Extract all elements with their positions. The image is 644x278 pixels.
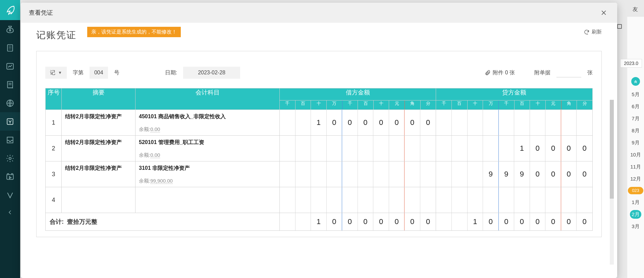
attachment-count[interactable]: 附件 0 张 <box>485 69 515 76</box>
credit-unit-百-5: 百 <box>514 100 530 110</box>
sidebar-item-10[interactable] <box>0 186 20 204</box>
month-9月[interactable]: 9月 <box>630 137 641 149</box>
month-10月[interactable]: 10月 <box>630 149 641 161</box>
month-3月[interactable]: 3月 <box>630 220 641 232</box>
month-5月[interactable]: 5月 <box>630 88 641 100</box>
sidebar-item-8[interactable] <box>0 149 20 167</box>
digit <box>483 110 499 135</box>
debit-unit-万-3: 万 <box>326 100 342 110</box>
total-debit-cell: 10000000 <box>280 213 436 231</box>
debit-unit-十-6: 十 <box>373 100 389 110</box>
digit <box>389 187 405 213</box>
digit <box>420 187 436 213</box>
digit: 9 <box>514 161 530 187</box>
digit <box>389 136 405 161</box>
digit <box>561 110 577 135</box>
digit: 9 <box>483 161 499 187</box>
row-account[interactable]: 450101 商品销售收入_非限定性收入余额:0.00 <box>136 110 280 136</box>
th-idx: 序号 <box>46 88 62 110</box>
digit <box>545 187 561 213</box>
digit: 0 <box>530 213 546 230</box>
attach-slip-input[interactable] <box>556 68 581 77</box>
month-6月[interactable]: 6月 <box>630 100 641 113</box>
credit-unit-角-8: 角 <box>561 100 577 110</box>
voucher-icon <box>6 117 14 126</box>
digit <box>358 187 374 213</box>
digit: 0 <box>405 213 420 230</box>
modal-scrollbar[interactable] <box>610 100 614 265</box>
month-7月[interactable]: 7月 <box>630 113 641 125</box>
voucher-number-input[interactable]: 004 <box>90 67 108 79</box>
digit: 0 <box>420 110 436 135</box>
digit <box>561 187 577 213</box>
row-credit[interactable] <box>436 187 593 213</box>
table-row: 2结转2月非限定性净资产520101 管理费用_职工工资余额:0.0010000 <box>46 136 593 161</box>
digit <box>280 136 296 161</box>
row-summary[interactable] <box>62 187 136 213</box>
digit: 1 <box>514 136 530 161</box>
sidebar-item-5[interactable] <box>0 94 20 112</box>
digit <box>436 187 452 213</box>
digit <box>311 161 327 187</box>
row-credit[interactable]: 10000 <box>436 136 593 161</box>
sidebar-item-6[interactable] <box>0 112 20 131</box>
month-12月[interactable]: 12月 <box>630 173 641 185</box>
voucher-head: 记账凭证 亲，该凭证是系统生成的，不能修改！ 刷新 <box>36 29 602 42</box>
row-summary[interactable]: 结转2月非限定性净资产 <box>62 161 136 187</box>
digit <box>358 161 374 187</box>
row-account[interactable]: 520101 管理费用_职工工资余额:0.00 <box>136 136 280 161</box>
digit <box>436 110 452 135</box>
month-1月[interactable]: 1月 <box>630 196 641 208</box>
sidebar-item-1[interactable] <box>0 20 20 39</box>
digit <box>405 161 420 187</box>
digit <box>499 187 515 213</box>
sidebar-item-7[interactable] <box>0 131 20 149</box>
row-debit[interactable] <box>280 136 436 161</box>
row-credit[interactable] <box>436 110 593 136</box>
period-tag[interactable]: 2023.0 <box>620 59 642 68</box>
sidebar-item-9[interactable] <box>0 167 20 186</box>
digit: 0 <box>358 110 374 135</box>
modal-close-button[interactable] <box>598 7 609 18</box>
year-pill[interactable]: 023 <box>628 187 643 194</box>
voucher-type-select[interactable]: 记 ▼ <box>45 67 67 79</box>
scroll-top-button[interactable] <box>631 77 640 86</box>
row-credit[interactable]: 9990000 <box>436 161 593 187</box>
row-summary[interactable]: 结转2月非限定性净资产 <box>62 110 136 136</box>
digit <box>311 187 327 213</box>
close-icon <box>600 9 607 16</box>
row-account[interactable]: 3101 非限定性净资产余额:99,900.00 <box>136 161 280 187</box>
row-summary[interactable]: 结转2月非限定性净资产 <box>62 136 136 161</box>
sidebar-item-4[interactable] <box>0 75 20 94</box>
credit-unit-千-4: 千 <box>498 100 514 110</box>
row-debit[interactable] <box>280 187 436 213</box>
month-2月[interactable]: 2月 <box>630 210 641 219</box>
digit <box>296 110 311 135</box>
scrollbar-thumb[interactable] <box>610 100 614 199</box>
voucher-date-input[interactable]: 2023-02-28 <box>183 67 240 79</box>
app-logo[interactable] <box>0 0 20 20</box>
sidebar-item-3[interactable] <box>0 57 20 75</box>
digit: 0 <box>545 136 561 161</box>
row-account[interactable] <box>136 187 280 213</box>
refresh-icon <box>584 29 590 35</box>
row-balance: 余额:0.00 <box>139 126 160 133</box>
sidebar-collapse[interactable] <box>0 206 20 219</box>
digit: 0 <box>561 136 577 161</box>
table-row: 3结转2月非限定性净资产3101 非限定性净资产余额:99,900.009990… <box>46 161 593 187</box>
debit-unit-百-5: 百 <box>358 100 374 110</box>
digit <box>296 187 311 213</box>
digit: 0 <box>327 213 342 230</box>
refresh-button[interactable]: 刷新 <box>584 29 602 35</box>
building-icon <box>6 44 14 52</box>
month-8月[interactable]: 8月 <box>630 125 641 137</box>
digit <box>577 187 592 213</box>
svg-point-4 <box>9 157 11 159</box>
digit: 9 <box>499 161 515 187</box>
sidebar-item-2[interactable] <box>0 39 20 57</box>
row-debit[interactable]: 10000000 <box>280 110 436 136</box>
row-debit[interactable] <box>280 161 436 187</box>
top-right-text: 友 <box>633 6 638 13</box>
month-11月[interactable]: 11月 <box>630 161 641 173</box>
digit <box>280 161 296 187</box>
